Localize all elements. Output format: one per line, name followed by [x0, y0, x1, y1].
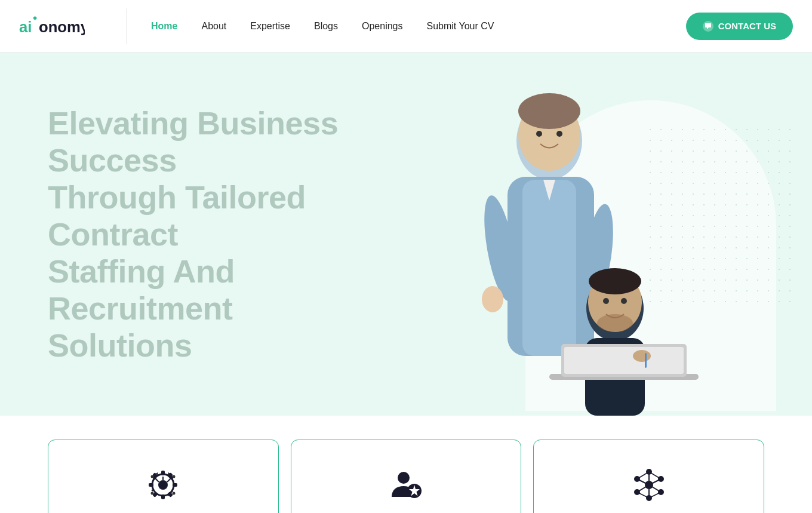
navbar: ai onomy Home About Expertise Blogs Open… [0, 0, 812, 53]
svg-point-18 [589, 268, 641, 294]
network-nodes-icon [631, 467, 667, 503]
chat-icon [703, 21, 713, 32]
feature-card-tailored-strategies: Tailored Strategies [291, 440, 522, 513]
svg-point-28 [158, 480, 168, 490]
svg-point-46 [398, 472, 410, 484]
nav-divider [127, 8, 127, 44]
svg-rect-24 [564, 347, 684, 374]
svg-point-43 [151, 475, 154, 478]
hero-title: Elevating Business Success Through Tailo… [48, 105, 406, 364]
cards-section: Specialized Sectors Tailored Strategies [0, 416, 812, 513]
svg-rect-34 [161, 471, 165, 475]
hero-people-svg [430, 81, 716, 416]
logo: ai onomy [19, 14, 103, 38]
svg-point-25 [633, 350, 651, 362]
nav-submit-cv[interactable]: Submit Your CV [427, 21, 494, 32]
feature-card-extensive-network: Extensive Network [533, 440, 764, 513]
svg-line-63 [649, 472, 661, 479]
extensive-network-icon-wrap [628, 464, 670, 506]
svg-rect-5 [522, 180, 576, 356]
svg-point-45 [173, 492, 176, 495]
svg-point-13 [536, 131, 542, 137]
svg-point-19 [597, 314, 633, 332]
svg-point-21 [621, 298, 627, 304]
tailored-strategies-icon-wrap [385, 464, 427, 506]
nav-openings[interactable]: Openings [362, 21, 403, 32]
feature-card-specialized-sectors: Specialized Sectors [48, 440, 279, 513]
user-star-icon [388, 467, 424, 503]
svg-line-32 [156, 479, 159, 482]
nav-about[interactable]: About [201, 21, 226, 32]
svg-line-62 [637, 472, 649, 479]
svg-point-42 [173, 475, 176, 478]
nav-expertise[interactable]: Expertise [250, 21, 290, 32]
svg-point-44 [151, 492, 154, 495]
nav-blogs[interactable]: Blogs [314, 21, 338, 32]
svg-point-9 [482, 286, 503, 312]
hero-image [478, 81, 764, 416]
svg-point-14 [556, 131, 562, 137]
svg-line-30 [167, 479, 170, 482]
gear-circuit-icon [145, 467, 181, 503]
hero-section: Elevating Business Success Through Tailo… [0, 53, 812, 416]
svg-rect-26 [645, 353, 647, 368]
specialized-sectors-icon-wrap [142, 464, 184, 506]
svg-rect-40 [167, 492, 173, 497]
svg-line-64 [637, 492, 649, 498]
contact-button-label: CONTACT US [718, 21, 776, 31]
svg-point-20 [603, 298, 609, 304]
svg-rect-37 [173, 483, 177, 487]
nav-links: Home About Expertise Blogs Openings Subm… [151, 21, 686, 32]
svg-point-12 [518, 93, 580, 129]
svg-rect-35 [161, 494, 165, 499]
contact-us-button[interactable]: CONTACT US [686, 13, 793, 40]
svg-rect-36 [149, 483, 153, 487]
svg-text:onomy: onomy [39, 19, 85, 35]
svg-text:ai: ai [19, 19, 32, 35]
hero-content: Elevating Business Success Through Tailo… [0, 105, 406, 364]
svg-point-2 [33, 16, 37, 20]
svg-line-65 [649, 492, 661, 498]
nav-home[interactable]: Home [151, 21, 177, 32]
